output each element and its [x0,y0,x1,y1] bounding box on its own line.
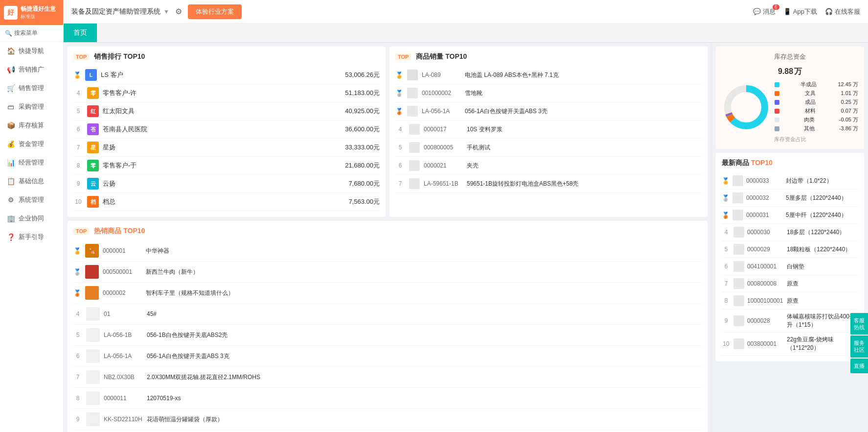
content-area: TOP 销售排行 TOP10 🏅 L LS 客户 53,006.26元 4 [64,43,868,432]
medal-icon: 🏅 [73,72,81,79]
table-row: 7 星 星扬 33,333.00元 [73,139,380,157]
sidebar-item-operations[interactable]: 📊 经营管理 [0,153,63,172]
sidebar-item-marketing[interactable]: 📢 营销推广 [0,60,63,79]
main-area: 装备及固定资产辅助管理系统 ▼ ⚙ 体验行业方案 💬 消息 6 📱 App下载 … [64,0,868,432]
table-row: 10 档 档总 7,563.00元 [73,193,380,211]
legend-item: 肉类 -0.05 万 [775,116,858,123]
logo-icon: 好 [4,6,18,20]
table-row: 🥈 0000032 5厘多层（1220*2440） [722,190,858,207]
table-row: 9 云 云扬 7,680.00元 [73,175,380,193]
legend-dot [775,91,779,96]
product-image [733,295,744,306]
table-row: 9 KK-SD22110H 花语萌恒温分罐罐袋（厚款） [73,409,702,430]
product-image [409,124,420,135]
table-row: 🏅 0000033 封边带（1.0*22） [722,172,858,190]
svg-rect-3 [85,286,99,300]
search-menu[interactable]: 🔍 搜索菜单 [0,25,63,42]
live-btn[interactable]: 直播 [850,359,868,373]
customer-service-btn[interactable]: 客服热线 [850,313,868,335]
sidebar-item-basics[interactable]: 📋 基础信息 [0,172,63,191]
product-image [732,175,743,186]
hot-products-card: TOP 热销商品 TOP10 🏅 🍖 0000001 中华神器 🥈 [68,221,708,432]
table-row: 8 0000011 12070519-xs [73,388,702,409]
hot-products-title: TOP 热销商品 TOP10 [73,227,702,236]
product-image [86,349,100,363]
sidebar-item-finance[interactable]: 💰 资金管理 [0,135,63,153]
sidebar-item-quicknav[interactable]: 🏠 快捷导航 [0,42,63,60]
avatar: 档 [87,196,99,208]
tab-home[interactable]: 首页 [64,24,97,42]
sales-ranking-title: TOP 销售排行 TOP10 [73,52,380,61]
new-products-card: 最新商品 TOP10 🏅 0000033 封边带（1.0*22） 🥈 00000… [716,153,864,361]
table-row: 6 0000021 夹壳 [395,157,702,175]
sales-icon: 🛒 [7,84,15,92]
sales-ranking-card: TOP 销售排行 TOP10 🏅 L LS 客户 53,006.26元 4 [68,47,386,217]
online-service-btn[interactable]: 🎧 在线客服 [825,7,860,16]
table-row: 4 01 45# [73,304,702,325]
product-image [85,286,99,300]
product-image [733,244,744,255]
search-icon: 🔍 [5,30,12,37]
headset-icon: 🎧 [825,8,833,15]
table-row: 9 0000028 体碱嘉核味苏打饮品400毫升（1*15） [722,310,858,333]
sidebar-item-system[interactable]: ⚙ 系统管理 [0,191,63,209]
chart-area: 半成品 12.45 万 文具 1.01 万 成品 0.25 万 [722,81,858,134]
service-community-btn[interactable]: 服务社区 [850,336,868,358]
product-image [733,261,744,272]
table-row: 5 LA-056-1B 056-1B白色按键开关底ABS2壳 [73,325,702,346]
purchase-icon: 🗃 [7,103,15,111]
product-image [733,338,744,349]
cooperation-icon: 🏢 [7,215,15,222]
inventory-amount: 9.88万 [722,63,858,77]
legend-item: 文具 1.01 万 [775,90,858,97]
product-image: 🍖 [85,244,99,258]
topbar-title: 装备及固定资产辅助管理系统 ▼ [71,7,169,16]
dropdown-icon[interactable]: ▼ [163,8,169,15]
table-row: 4 0000030 18多层（1220*2440） [722,224,858,241]
legend-item: 成品 0.25 万 [775,98,858,106]
finance-icon: 💰 [7,140,15,148]
table-row: 🥉 0000031 5厘中纤（1220*2440） [722,207,858,224]
chart-legend: 半成品 12.45 万 文具 1.01 万 成品 0.25 万 [775,81,858,134]
table-row: 5 红 红太阳文具 40,925.00元 [73,102,380,120]
basics-icon: 📋 [7,177,15,185]
messages-btn[interactable]: 💬 消息 6 [753,7,776,16]
inventory-card: 库存总资金 9.88万 [716,47,864,149]
avatar: 零 [87,160,99,171]
table-row: 4 零 零售客户-许 51,183.00元 [73,84,380,102]
legend-item: 半成品 12.45 万 [775,81,858,88]
settings-icon[interactable]: ⚙ [175,7,182,16]
product-image [733,278,744,289]
table-row: 🥈 000500001 新西兰牛肉（新牛） [73,262,702,283]
avatar: 星 [87,142,99,153]
home-icon: 🏠 [7,47,15,55]
avatar: L [85,69,97,81]
product-image [407,106,418,117]
product-image [732,210,743,220]
product-image [409,160,420,171]
medal-icon: 🥈 [722,194,730,202]
sidebar-item-guide[interactable]: ❓ 新手引导 [0,228,63,246]
sidebar-item-purchase[interactable]: 🗃 采购管理 [0,97,63,116]
phone-icon: 📱 [783,8,791,15]
trial-button[interactable]: 体验行业方案 [188,4,242,19]
table-row: 🥉 LA-056-1A 056-1A白色按键开关盖ABS 3壳 [395,102,702,120]
guide-icon: ❓ [7,233,15,241]
app-download-btn[interactable]: 📱 App下载 [783,7,817,16]
topbar: 装备及固定资产辅助管理系统 ▼ ⚙ 体验行业方案 💬 消息 6 📱 App下载 … [64,0,868,24]
product-image [85,265,99,279]
sidebar-item-inventory[interactable]: 📦 库存核算 [0,116,63,135]
table-row: 5 000800005 手机测试 [395,139,702,157]
sidebar-item-cooperation[interactable]: 🏢 企业协同 [0,209,63,228]
svg-rect-2 [85,265,99,279]
avatar: 红 [87,105,99,117]
legend-dot [775,118,779,122]
sidebar: 好 畅捷通好生意 标准版 🔍 搜索菜单 🏠 快捷导航 📢 营销推广 🛒 销售管理… [0,0,64,432]
product-image [733,315,744,326]
medal-icon: 🥉 [395,108,403,115]
nav-tabs: 首页 [64,24,868,43]
sidebar-item-sales[interactable]: 🛒 销售管理 [0,79,63,97]
table-row: 🏅 🍖 0000001 中华神器 [73,240,702,262]
product-image [86,328,100,342]
inventory-caption: 库存资金占比 [722,136,858,143]
